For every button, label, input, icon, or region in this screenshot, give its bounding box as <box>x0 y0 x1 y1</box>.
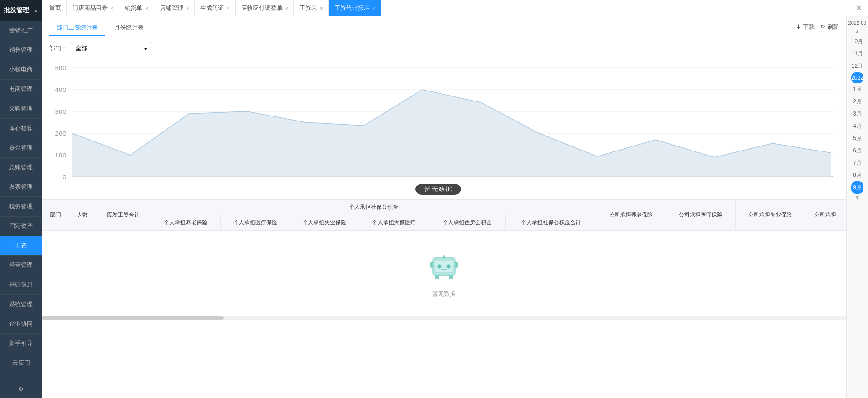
svg-text:0: 0 <box>62 174 66 180</box>
th-personal-pension: 个人承担养老保险 <box>151 215 220 231</box>
tab-close-应收应付调整单[interactable]: × <box>285 5 288 11</box>
svg-text:400: 400 <box>55 87 67 93</box>
sidebar-item-企业协同[interactable]: 企业协同 <box>0 314 42 334</box>
close-all-button[interactable]: ✕ <box>851 4 866 12</box>
department-filter-label: 部门： <box>49 45 67 53</box>
time-panel-item-5月[interactable]: 5月 <box>849 132 865 145</box>
time-panel-item-12月[interactable]: 12月 <box>849 60 865 72</box>
time-panel-item-8月[interactable]: 8月 <box>849 169 865 181</box>
download-button[interactable]: ⬇ 下载 <box>796 23 815 31</box>
th-personal-medical: 个人承担医疗保险 <box>220 215 290 231</box>
department-select[interactable]: 全部 ▾ <box>71 42 152 55</box>
refresh-icon: ↻ <box>820 23 825 30</box>
tab-门店商品目录[interactable]: 门店商品目录× <box>67 0 119 16</box>
th-department: 部门 <box>42 200 69 231</box>
sidebar-item-小畅电商[interactable]: 小畅电商 <box>0 60 42 80</box>
sub-tab-月份统计表[interactable]: 月份统计表 <box>107 21 151 36</box>
tab-工资表[interactable]: 工资表× <box>294 0 328 16</box>
sidebar-item-云应用[interactable]: 云应用 <box>0 353 42 373</box>
svg-point-19 <box>439 266 441 268</box>
tab-销货单[interactable]: 销货单× <box>119 0 154 16</box>
time-panel-year-label: 2022.09 <box>848 18 868 27</box>
sidebar-item-税务管理[interactable]: 税务管理 <box>0 197 42 217</box>
sub-tabs: 部门工资统计表月份统计表 ⬇ 下载 ↻ 刷新 <box>42 16 846 36</box>
svg-rect-21 <box>441 269 447 270</box>
data-table: 部门 人数 应发工资合计 个人承担社保公积金 公司承担养老保险 公司承担医疗保险… <box>42 199 846 231</box>
page-content: 部门工资统计表月份统计表 ⬇ 下载 ↻ 刷新 部门： 全部 ▾ <box>42 16 846 398</box>
tab-close-销货单[interactable]: × <box>145 5 148 11</box>
tab-close-工资统计报表[interactable]: × <box>373 5 375 11</box>
sidebar-header[interactable]: 批发管理 ▲ <box>0 0 42 21</box>
tab-close-店铺管理[interactable]: × <box>186 5 189 11</box>
sidebar-item-营销推广[interactable]: 营销推广 <box>0 21 42 40</box>
sidebar-item-系统管理[interactable]: 系统管理 <box>0 295 42 314</box>
sidebar-item-基础信息[interactable]: 基础信息 <box>0 275 42 295</box>
sidebar-collapse-icon: ▲ <box>34 8 38 13</box>
tab-生成凭证[interactable]: 生成凭证× <box>195 0 235 16</box>
table-wrapper: 部门 人数 应发工资合计 个人承担社保公积金 公司承担养老保险 公司承担医疗保险… <box>42 199 846 398</box>
time-panel-item-4月[interactable]: 4月 <box>849 120 865 132</box>
area-chart: 500 400 300 200 100 0 <box>49 61 839 197</box>
time-panel-item-9月[interactable]: 9月 <box>851 181 863 194</box>
time-panel-item-1月[interactable]: 1月 <box>849 83 865 96</box>
tab-首页[interactable]: 首页 <box>44 0 67 16</box>
svg-text:100: 100 <box>55 152 67 158</box>
time-panel-item-2022[interactable]: 2022 <box>851 72 863 83</box>
sidebar-item-发票管理[interactable]: 发票管理 <box>0 177 42 197</box>
th-personal-housing: 个人承担住房公积金 <box>429 215 505 231</box>
content-area: 部门工资统计表月份统计表 ⬇ 下载 ↻ 刷新 部门： 全部 ▾ <box>42 16 868 398</box>
th-company-more: 公司承担 <box>805 200 846 231</box>
sidebar-item-新手引导[interactable]: 新手引导 <box>0 334 42 353</box>
svg-text:200: 200 <box>55 131 67 136</box>
filter-row: 部门： 全部 ▾ <box>42 36 846 61</box>
time-panel-item-7月[interactable]: 7月 <box>849 157 865 169</box>
tab-bar: 首页门店商品目录×销货单×店铺管理×生成凭证×应收应付调整单×工资表×工资统计报… <box>42 0 868 16</box>
th-personal-insurance: 个人承担社保公积金 <box>151 200 596 215</box>
sidebar-item-销售管理[interactable]: 销售管理 <box>0 40 42 60</box>
time-panel: 2022.09 ▲ 10月11月12月20221月2月3月4月5月6月7月8月9… <box>846 16 868 398</box>
sidebar-item-采购管理[interactable]: 采购管理 <box>0 99 42 119</box>
svg-text:500: 500 <box>55 65 67 71</box>
select-arrow-icon: ▾ <box>144 45 147 52</box>
th-company-medical: 公司承担医疗保险 <box>666 200 736 231</box>
tab-工资统计报表[interactable]: 工资统计报表× <box>329 0 381 16</box>
tab-close-门店商品目录[interactable]: × <box>111 5 113 11</box>
th-company-unemployment: 公司承担失业保险 <box>736 200 805 231</box>
sidebar-item-电商管理[interactable]: 电商管理 <box>0 80 42 99</box>
download-icon: ⬇ <box>796 23 801 30</box>
th-count: 人数 <box>69 200 96 231</box>
sidebar-item-库存核算[interactable]: 库存核算 <box>0 119 42 138</box>
sidebar-settings-button[interactable]: ⚙ <box>0 380 42 398</box>
sidebar-item-工资[interactable]: 工资 <box>0 236 42 256</box>
time-panel-item-3月[interactable]: 3月 <box>849 108 865 120</box>
th-personal-total: 个人承担社保公积金合计 <box>505 215 596 231</box>
sidebar-item-固定资产[interactable]: 固定资产 <box>0 217 42 236</box>
time-panel-item-2月[interactable]: 2月 <box>849 96 865 108</box>
sub-tab-部门工资统计表[interactable]: 部门工资统计表 <box>49 21 105 36</box>
svg-rect-22 <box>443 255 445 259</box>
sidebar-title: 批发管理 <box>4 6 29 15</box>
th-total-wage: 应发工资合计 <box>96 200 151 231</box>
tab-应收应付调整单[interactable]: 应收应付调整单× <box>236 0 294 16</box>
tab-close-工资表[interactable]: × <box>320 5 323 11</box>
svg-rect-25 <box>435 275 439 279</box>
scrollbar-thumb[interactable] <box>42 316 224 320</box>
time-panel-down-arrow[interactable]: ▼ <box>854 194 861 202</box>
empty-icon <box>426 249 462 285</box>
time-panel-up-arrow[interactable]: ▲ <box>854 27 861 35</box>
tab-close-生成凭证[interactable]: × <box>227 5 229 11</box>
time-panel-item-10月[interactable]: 10月 <box>849 35 865 48</box>
tab-店铺管理[interactable]: 店铺管理× <box>154 0 195 16</box>
time-panel-item-11月[interactable]: 11月 <box>849 48 865 60</box>
time-panel-item-6月[interactable]: 6月 <box>849 145 865 157</box>
sidebar-item-总账管理[interactable]: 总账管理 <box>0 158 42 177</box>
main-area: 首页门店商品目录×销货单×店铺管理×生成凭证×应收应付调整单×工资表×工资统计报… <box>42 0 868 398</box>
chart-container: 500 400 300 200 100 0 <box>42 61 846 199</box>
sidebar-item-资金管理[interactable]: 资金管理 <box>0 138 42 158</box>
sidebar-item-经营管理[interactable]: 经营管理 <box>0 256 42 275</box>
th-company-pension: 公司承担养老保险 <box>596 200 666 231</box>
svg-rect-23 <box>430 262 433 268</box>
svg-rect-24 <box>455 262 458 268</box>
refresh-button[interactable]: ↻ 刷新 <box>820 23 839 31</box>
horizontal-scrollbar[interactable] <box>42 316 846 320</box>
